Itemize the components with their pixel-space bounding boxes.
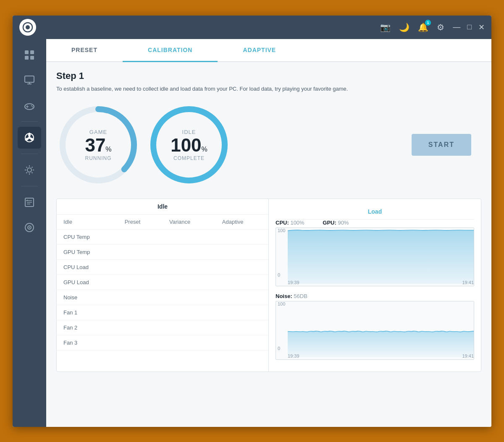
data-panel: Idle Idle Preset Variance Adaptive bbox=[56, 199, 481, 372]
tab-adaptive[interactable]: ADAPTIVE bbox=[218, 39, 301, 61]
title-bar-controls: — □ ✕ bbox=[453, 23, 485, 32]
tab-bar: PRESET CALIBRATION ADAPTIVE bbox=[46, 39, 491, 62]
game-circle-value: 37 bbox=[85, 136, 105, 154]
panel-columns: Idle Idle Preset Variance Adaptive bbox=[57, 199, 481, 371]
noise-y-labels: 100 0 bbox=[278, 301, 285, 351]
idle-column: Idle Idle Preset Variance Adaptive bbox=[57, 199, 269, 371]
sidebar-divider-3 bbox=[21, 186, 38, 186]
step-title: Step 1 bbox=[56, 71, 481, 81]
idle-row-label: Noise bbox=[57, 290, 118, 305]
cpu-chart-section: CPU: 100% GPU: 90% 100 0 bbox=[276, 220, 474, 286]
sidebar-item-checklist[interactable] bbox=[18, 191, 41, 213]
idle-row-label: CPU Temp bbox=[57, 230, 118, 245]
game-circle-unit: % bbox=[105, 146, 111, 153]
sidebar-item-dashboard[interactable] bbox=[18, 44, 41, 66]
sidebar-item-gamepad[interactable] bbox=[18, 94, 41, 116]
table-row: Fan 1 bbox=[57, 305, 268, 320]
svg-rect-6 bbox=[25, 76, 34, 82]
svg-rect-2 bbox=[25, 50, 29, 54]
circles-start-row: GAME 37 % RUNNING bbox=[56, 103, 481, 187]
svg-line-25 bbox=[32, 172, 32, 173]
noise-value: 56DB bbox=[294, 293, 307, 299]
tab-calibration[interactable]: CALIBRATION bbox=[123, 39, 218, 62]
svg-point-34 bbox=[29, 227, 30, 228]
idle-row-label: GPU Temp bbox=[57, 245, 118, 260]
col-idle-header: Idle bbox=[57, 214, 118, 230]
sidebar-divider-1 bbox=[21, 121, 38, 122]
app-logo bbox=[19, 19, 36, 36]
idle-circle-label: IDLE bbox=[182, 129, 196, 135]
idle-circle-widget: IDLE 100 % COMPLETE bbox=[147, 103, 231, 187]
svg-line-26 bbox=[32, 167, 32, 167]
idle-circle-status: COMPLETE bbox=[173, 155, 205, 161]
minimize-button[interactable]: — bbox=[453, 23, 460, 31]
game-circle-status: RUNNING bbox=[85, 155, 112, 161]
notification-badge: 1 bbox=[425, 20, 431, 26]
idle-row-label: Fan 1 bbox=[57, 305, 118, 320]
tab-preset[interactable]: PRESET bbox=[46, 39, 123, 61]
maximize-button[interactable]: □ bbox=[467, 23, 472, 31]
app-window: 📷 🌙 🔔 1 ⚙ — □ ✕ bbox=[13, 16, 491, 427]
noise-chart-container: 100 0 bbox=[276, 301, 474, 360]
svg-point-12 bbox=[31, 105, 32, 106]
idle-data-table: Idle Preset Variance Adaptive CPU TempGP… bbox=[57, 214, 268, 350]
svg-point-1 bbox=[26, 25, 30, 29]
svg-point-16 bbox=[28, 133, 31, 137]
start-button[interactable]: START bbox=[412, 134, 471, 156]
idle-row-label: GPU Load bbox=[57, 275, 118, 290]
svg-rect-3 bbox=[30, 50, 34, 54]
noise-chart-section: Noise: 56DB 100 0 bbox=[276, 293, 474, 360]
sidebar-divider-2 bbox=[21, 154, 38, 154]
cpu-chart-title: CPU: 100% GPU: 90% bbox=[276, 220, 474, 226]
cpu-value: 100% bbox=[290, 220, 304, 226]
step-description: To establish a baseline, we need to coll… bbox=[56, 85, 350, 93]
table-row: Noise bbox=[57, 290, 268, 305]
svg-point-13 bbox=[32, 106, 33, 107]
svg-rect-5 bbox=[30, 56, 34, 60]
table-row: CPU Load bbox=[57, 260, 268, 275]
svg-line-24 bbox=[26, 167, 27, 167]
gpu-value: 90% bbox=[338, 220, 349, 226]
gpu-label: GPU: bbox=[323, 220, 336, 226]
cpu-chart-svg bbox=[288, 228, 474, 284]
idle-row-label: Fan 3 bbox=[57, 335, 118, 350]
game-circle-label: GAME bbox=[89, 129, 107, 135]
night-mode-icon[interactable]: 🌙 bbox=[399, 22, 410, 32]
svg-line-27 bbox=[26, 172, 27, 173]
table-row: Fan 2 bbox=[57, 320, 268, 335]
cpu-x-labels: 19:39 19:41 bbox=[288, 280, 474, 285]
sidebar-item-disc[interactable] bbox=[18, 217, 41, 238]
table-row: GPU Temp bbox=[57, 245, 268, 260]
load-column: Load CPU: 100% GPU: 90% bbox=[269, 199, 481, 371]
svg-point-19 bbox=[27, 168, 32, 172]
idle-row-label: CPU Load bbox=[57, 260, 118, 275]
noise-x-labels: 19:39 19:41 bbox=[288, 353, 474, 358]
sidebar-item-fan[interactable] bbox=[18, 127, 41, 149]
title-bar-icons: 📷 🌙 🔔 1 ⚙ bbox=[380, 22, 444, 32]
table-row: CPU Temp bbox=[57, 230, 268, 245]
scrollable-content: Step 1 To establish a baseline, we need … bbox=[46, 62, 491, 427]
svg-rect-4 bbox=[25, 56, 29, 60]
noise-chart-title: Noise: 56DB bbox=[276, 293, 474, 299]
camera-icon[interactable]: 📷 bbox=[380, 22, 391, 32]
settings-icon[interactable]: ⚙ bbox=[437, 22, 444, 32]
sidebar-item-brightness[interactable] bbox=[18, 159, 41, 181]
main-layout: PRESET CALIBRATION ADAPTIVE Step 1 To es… bbox=[13, 39, 491, 427]
col-adaptive-header: Adaptive bbox=[215, 214, 268, 230]
idle-circle-value: 100 bbox=[171, 136, 201, 154]
noise-label: Noise: bbox=[276, 293, 292, 299]
notifications-icon[interactable]: 🔔 1 bbox=[418, 22, 428, 32]
table-row: GPU Load bbox=[57, 275, 268, 290]
idle-column-header: Idle bbox=[57, 199, 268, 214]
close-button[interactable]: ✕ bbox=[478, 23, 485, 32]
content-area: PRESET CALIBRATION ADAPTIVE Step 1 To es… bbox=[46, 39, 491, 427]
idle-row-label: Fan 2 bbox=[57, 320, 118, 335]
sidebar bbox=[13, 39, 46, 427]
noise-chart-svg bbox=[288, 301, 474, 357]
load-column-header: Load bbox=[276, 204, 474, 220]
sidebar-item-monitor[interactable] bbox=[18, 69, 41, 91]
table-row: Fan 3 bbox=[57, 335, 268, 350]
game-circle-widget: GAME 37 % RUNNING bbox=[56, 103, 140, 187]
col-preset-header: Preset bbox=[118, 214, 163, 230]
cpu-label: CPU: bbox=[276, 220, 289, 226]
